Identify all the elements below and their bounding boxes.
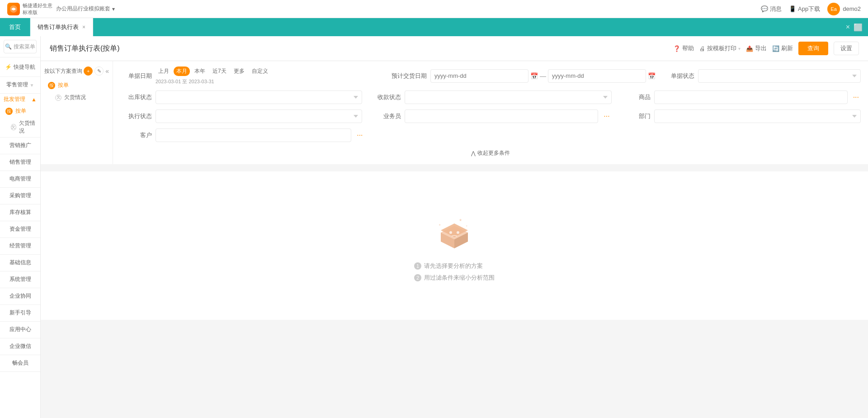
filter-item-goods: 商品 ··· — [619, 90, 861, 104]
app-download-button[interactable]: 📱 App下载 — [789, 5, 820, 13]
dept-select[interactable] — [654, 109, 861, 123]
top-bar-left: 畅捷通好生意 标准版 办公用品行业模拟账套 ▾ — [7, 2, 115, 15]
search-menu-button[interactable]: 🔍 搜索菜单 — [4, 40, 37, 53]
svg-text:★: ★ — [439, 223, 441, 226]
top-bar: 畅捷通好生意 标准版 办公用品行业模拟账套 ▾ 💬 消息 📱 App下载 Ea … — [0, 0, 868, 18]
window-maximize-icon[interactable]: ⬜ — [854, 23, 863, 32]
scheme-item-debt[interactable]: 欠 欠货情况 — [44, 91, 109, 104]
sidebar-sales: 销售管理 — [0, 154, 40, 171]
filter-item-exec-status: 执行状态 — [120, 109, 362, 123]
message-icon: 💬 — [761, 5, 768, 12]
tab-close-icon[interactable]: × — [82, 24, 85, 30]
main-layout: 🔍 搜索菜单 ⚡ 快捷导航 零售管理 ▼ 批发管理 ▲ 按 按单 — [0, 36, 868, 418]
sidebar-item-inventory[interactable]: 库存核算 — [0, 204, 40, 221]
delivery-status-label: 出库状态 — [120, 93, 152, 101]
print-button[interactable]: 🖨 按模板打印 ▾ — [699, 44, 741, 52]
collapse-filter-button[interactable]: ⋀ 收起更多条件 — [466, 147, 515, 159]
press-scheme-icon: 按 — [48, 82, 55, 89]
salesman-input[interactable] — [405, 109, 598, 123]
doc-status-select[interactable] — [698, 69, 861, 83]
goods-input[interactable] — [654, 90, 848, 104]
sidebar-item-sales[interactable]: 销售管理 — [0, 154, 40, 171]
message-button[interactable]: 💬 消息 — [761, 5, 782, 13]
logo-icon — [7, 3, 20, 15]
sidebar-item-wholesale[interactable]: 批发管理 ▲ — [0, 94, 40, 105]
sidebar-basic: 基础信息 — [0, 255, 40, 271]
sidebar-subitem-debt[interactable]: 欠 欠货情况 — [0, 117, 40, 137]
sidebar-search-area: 🔍 搜索菜单 — [0, 36, 40, 57]
sidebar-enterprise: 企业协同 — [0, 288, 40, 305]
tab-home[interactable]: 首页 — [0, 18, 30, 36]
quick-nav-button[interactable]: ⚡ 快捷导航 — [0, 60, 40, 74]
sidebar-item-retail[interactable]: 零售管理 ▼ — [0, 77, 40, 93]
help-icon: ❓ — [673, 45, 680, 52]
settings-button[interactable]: 设置 — [834, 42, 859, 55]
sidebar-item-purchase[interactable]: 采购管理 — [0, 188, 40, 204]
sidebar-item-operations[interactable]: 经营管理 — [0, 238, 40, 254]
doc-status-label: 单据状态 — [663, 72, 694, 80]
sidebar-item-guide[interactable]: 新手引导 — [0, 305, 40, 321]
nav-icon: ⚡ — [5, 64, 12, 70]
sidebar-item-marketing[interactable]: 营销推广 — [0, 138, 40, 154]
filter-item-delivery-status: 出库状态 — [120, 90, 362, 104]
refresh-icon: 🔄 — [772, 45, 779, 52]
sidebar-item-basic[interactable]: 基础信息 — [0, 255, 40, 271]
scheme-item-press[interactable]: 按 按单 — [44, 79, 109, 91]
sidebar-apps: 应用中心 — [0, 322, 40, 338]
window-close-icon[interactable]: × — [846, 23, 850, 31]
sidebar-operations: 经营管理 — [0, 238, 40, 255]
date-tab-more[interactable]: 更多 — [231, 66, 247, 76]
date-tab-this-month[interactable]: 本月 — [174, 66, 190, 76]
customer-more-icon[interactable]: ··· — [355, 131, 364, 139]
svg-text:★: ★ — [459, 218, 462, 222]
exec-status-select[interactable] — [156, 109, 362, 123]
top-bar-right: 💬 消息 📱 App下载 Ea demo2 — [761, 3, 861, 15]
sidebar-item-ecommerce[interactable]: 电商管理 — [0, 171, 40, 187]
forecast-date-label: 预计交货日期 — [392, 72, 427, 80]
sidebar-item-finance[interactable]: 资金管理 — [0, 221, 40, 238]
tab-bar: 首页 销售订单执行表 × × ⬜ — [0, 18, 868, 36]
sidebar-item-apps[interactable]: 应用中心 — [0, 322, 40, 338]
exec-status-label: 执行状态 — [120, 112, 152, 120]
add-scheme-button[interactable]: + — [84, 66, 93, 76]
quick-nav-section: ⚡ 快捷导航 — [0, 57, 40, 77]
sidebar-item-wechat[interactable]: 企业微信 — [0, 338, 40, 355]
forecast-to-input[interactable] — [548, 69, 646, 83]
customer-input[interactable] — [156, 128, 351, 142]
receipt-status-select[interactable] — [405, 90, 611, 104]
scheme-buttons: + ✎ « — [84, 66, 109, 76]
help-button[interactable]: ❓ 帮助 — [673, 44, 694, 52]
goods-more-icon[interactable]: ··· — [851, 93, 861, 101]
collapse-scheme-button[interactable]: « — [105, 67, 109, 75]
breadcrumb: 办公用品行业模拟账套 ▾ — [56, 5, 115, 13]
date-label: 单据日期 — [120, 72, 152, 80]
edit-scheme-button[interactable]: ✎ — [94, 66, 104, 76]
content-area: 销售订单执行表(按单) ❓ 帮助 🖨 按模板打印 ▾ 📤 导出 🔄 刷新 — [41, 36, 868, 418]
sidebar-item-member[interactable]: 畅会员 — [0, 355, 40, 371]
forecast-to-calendar-icon[interactable]: 📅 — [648, 72, 656, 80]
date-tab-last-month[interactable]: 上月 — [156, 66, 172, 76]
user-menu-button[interactable]: Ea demo2 — [827, 3, 861, 15]
salesman-more-icon[interactable]: ··· — [602, 112, 611, 120]
forecast-from-input[interactable] — [430, 69, 528, 83]
query-button[interactable]: 查询 — [798, 42, 828, 55]
tip-item-1: 1 请先选择要分析的方案 — [414, 260, 495, 272]
logo-text: 畅捷通好生意 标准版 — [23, 2, 52, 15]
sidebar: 🔍 搜索菜单 ⚡ 快捷导航 零售管理 ▼ 批发管理 ▲ 按 按单 — [0, 36, 41, 418]
app-icon: 📱 — [789, 5, 796, 12]
refresh-button[interactable]: 🔄 刷新 — [772, 44, 793, 52]
breadcrumb-arrow-icon[interactable]: ▾ — [112, 6, 115, 12]
tab-sales-execution[interactable]: 销售订单执行表 × — [30, 18, 93, 36]
filter-item-receipt-status: 收款状态 — [369, 90, 611, 104]
forecast-from-calendar-icon[interactable]: 📅 — [530, 72, 538, 80]
date-tab-last7[interactable]: 近7天 — [210, 66, 229, 76]
press-icon: 按 — [5, 108, 13, 115]
sidebar-subitem-press[interactable]: 按 按单 — [0, 105, 40, 117]
export-button[interactable]: 📤 导出 — [746, 44, 767, 52]
delivery-status-select[interactable] — [156, 90, 362, 104]
date-tab-this-year[interactable]: 本年 — [192, 66, 208, 76]
filter-scheme-panel: 按以下方案查询 + ✎ « 按 按单 欠 欠货情况 — [41, 61, 113, 164]
date-tab-custom[interactable]: 自定义 — [249, 66, 271, 76]
sidebar-item-system[interactable]: 系统管理 — [0, 271, 40, 288]
sidebar-item-enterprise[interactable]: 企业协同 — [0, 288, 40, 304]
